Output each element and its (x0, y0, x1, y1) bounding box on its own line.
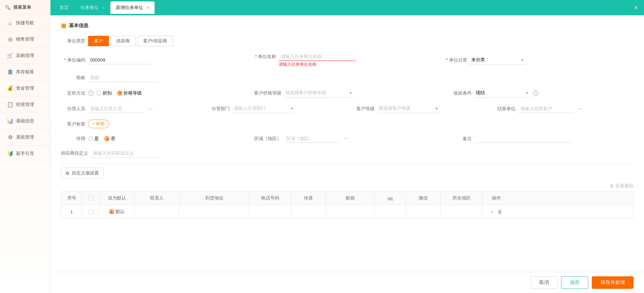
tab-bar: 首页 往来单位 × 新增往来单位 × × (50, 0, 644, 15)
sidebar-label-purchase: 采购管理 (16, 52, 34, 59)
th-address: 到货地址 (180, 192, 249, 205)
abbreviation-input[interactable] (88, 74, 158, 82)
sidebar-item-purchase[interactable]: 🛒 采购管理 (0, 48, 50, 64)
sidebar-item-guide[interactable]: 🔰 新手引导 (0, 146, 50, 162)
settlement-unit-group: 结算单位 ··· (495, 105, 634, 113)
phone-input[interactable] (252, 209, 288, 214)
td-qq[interactable] (375, 205, 406, 218)
td-wechat[interactable] (406, 205, 441, 218)
region-input[interactable] (284, 135, 340, 143)
tab-contacts-close[interactable]: × (102, 6, 104, 10)
unit-type-both-btn[interactable]: 客户/供应商 (137, 36, 173, 46)
window-close-button[interactable]: × (631, 3, 641, 13)
payment-terms-help[interactable]: ? (533, 90, 539, 96)
th-qq: qq (375, 192, 406, 205)
tab-new-contact[interactable]: 新增往来单位 × (110, 1, 154, 14)
table-header: 序号 设为默认 联系人 到货地址 电话号码 传真 邮箱 qq 微信 所在地区 操… (61, 192, 633, 205)
customer-tag-row: 客户标签 + 标签 (61, 120, 634, 128)
save-new-button[interactable]: 保存并新增 (592, 276, 634, 289)
sidebar-item-inventory[interactable]: 🏦 库存核算 (0, 64, 50, 80)
region-table-input[interactable] (443, 209, 479, 214)
unit-name-input[interactable] (279, 52, 355, 61)
payment-terms-select[interactable]: 现结 ▼ (474, 88, 530, 98)
wechat-input[interactable] (409, 209, 438, 214)
unit-type-customer-btn[interactable]: 客户 (88, 36, 109, 46)
td-email[interactable] (326, 205, 375, 218)
th-phone: 电话号码 (249, 192, 291, 205)
discount-label: 折扣 (103, 90, 112, 96)
tab-contacts[interactable]: 往来单位 × (75, 1, 110, 14)
disabled-yes-radio[interactable]: 是 (88, 136, 99, 142)
disabled-radio-group: 是 否 (88, 136, 115, 142)
email-input[interactable] (329, 209, 371, 214)
td-contact[interactable] (134, 205, 180, 218)
th-contact: 联系人 (134, 192, 180, 205)
contact-input[interactable] (137, 209, 176, 214)
tab-home[interactable]: 首页 (54, 1, 74, 14)
save-button[interactable]: 保存 (561, 276, 588, 289)
customer-price-level-select[interactable]: 请选择客户价格等级 ▼ (284, 88, 354, 98)
pricing-level-radio[interactable]: 价格等级 (117, 90, 142, 96)
customer-level-select[interactable]: 请选择客户等级 ▼ (377, 104, 440, 113)
td-fax[interactable] (291, 205, 326, 218)
unit-code-label: 单位编码 (61, 57, 85, 63)
pricing-method-group: 定价方法 ? 折扣 价格等级 (61, 90, 247, 96)
manager-more-btn[interactable]: ··· (147, 106, 154, 112)
sidebar-item-operations[interactable]: 📋 经营管理 (0, 97, 50, 113)
row-checkbox[interactable] (88, 209, 93, 214)
address-input[interactable] (182, 209, 246, 214)
tab-home-label: 首页 (60, 5, 69, 11)
finance-icon: 💰 (7, 85, 13, 91)
settlement-unit-more-btn[interactable]: ··· (577, 106, 584, 112)
customer-tag-label: 客户标签 (61, 121, 85, 127)
fax-input[interactable] (294, 209, 323, 214)
tab-new-contact-close[interactable]: × (147, 6, 149, 10)
pricing-method-label: 定价方法 (61, 90, 85, 96)
batch-delete-btn[interactable]: 🗑 批量删除 (610, 183, 634, 188)
customer-tag-group: 客户标签 + 标签 (61, 120, 634, 128)
tab-new-contact-label: 新增往来单位 (116, 5, 143, 11)
th-action: 操作 (482, 192, 510, 205)
sidebar-item-finance[interactable]: 💰 资金管理 (0, 80, 50, 97)
row-default-radio[interactable]: 默认 (109, 209, 125, 215)
unit-category-select-wrapper[interactable]: 未分类 ▼ (470, 55, 526, 65)
unit-code-input[interactable] (88, 56, 151, 64)
disabled-no-radio[interactable]: 否 (104, 136, 115, 142)
sidebar-search[interactable]: 🔍 搜索菜单 (0, 0, 50, 15)
pricing-help-icon[interactable]: ? (88, 90, 94, 96)
purchase-icon: 🛒 (7, 52, 13, 59)
sidebar-item-quick-nav[interactable]: ⌂ 快捷导航 (0, 15, 50, 31)
td-phone[interactable] (249, 205, 291, 218)
sidebar-item-basic-info[interactable]: 📊 基础信息 (0, 113, 50, 129)
add-tag-btn[interactable]: + 标签 (88, 120, 109, 128)
th-default: 设为默认 (100, 192, 134, 205)
add-row-btn[interactable]: + (489, 209, 495, 214)
qq-input[interactable] (377, 209, 403, 214)
delete-row-btn[interactable]: 🗑 (496, 209, 504, 214)
department-select[interactable]: 请输入分管部门 ▼ (233, 104, 295, 113)
manager-input[interactable] (88, 105, 144, 113)
unit-type-supplier-btn[interactable]: 供应商 (110, 36, 136, 46)
td-region[interactable] (441, 205, 482, 218)
disabled-yes-circle (88, 136, 93, 141)
table-header-checkbox[interactable] (88, 196, 93, 201)
custom-settings-label: 自定义项设置 (72, 170, 99, 176)
manager-group: 分管人员 ··· (61, 105, 200, 113)
disabled-no-label: 否 (111, 136, 115, 142)
pricing-discount-radio[interactable]: 折扣 (96, 90, 112, 96)
custom-settings-btn[interactable]: ⚙ 自定义项设置 (61, 168, 103, 179)
sidebar-item-sales[interactable]: ◎ 销售管理 (0, 31, 50, 48)
disabled-no-circle (104, 136, 109, 141)
sidebar-item-system[interactable]: ⚙ 系统管理 (0, 129, 50, 146)
cancel-button[interactable]: 取消 (531, 276, 558, 289)
region-more-btn[interactable]: ··· (343, 136, 350, 142)
unit-type-row: 单位类型 客户 供应商 客户/供应商 (61, 36, 634, 46)
sidebar-label-basic-info: 基础信息 (16, 118, 34, 124)
supplier-custom-input[interactable] (91, 149, 160, 157)
sidebar-label-guide: 新手引导 (16, 150, 34, 157)
unit-code-group: 单位编码 (61, 56, 252, 64)
settlement-unit-input[interactable] (518, 105, 574, 113)
td-address[interactable] (180, 205, 249, 218)
remark-input[interactable] (474, 135, 572, 143)
unit-category-label: 单位分类 (443, 57, 467, 63)
